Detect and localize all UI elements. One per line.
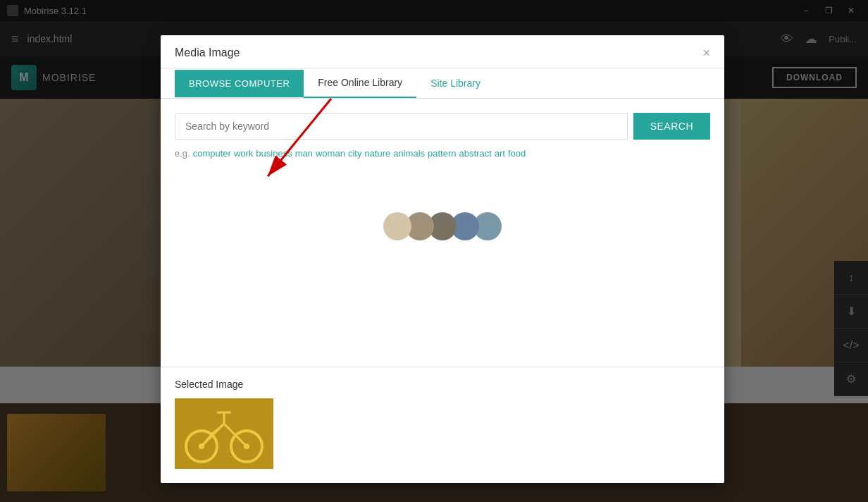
search-button[interactable]: SEARCH bbox=[633, 113, 710, 140]
keyword-man[interactable]: man bbox=[295, 148, 313, 159]
keyword-work[interactable]: work bbox=[234, 148, 253, 159]
bike-svg bbox=[175, 398, 273, 469]
modal-body: SEARCH e.g. computer work business man w… bbox=[161, 99, 724, 367]
dot-1 bbox=[383, 212, 411, 240]
keyword-pattern[interactable]: pattern bbox=[428, 148, 456, 159]
keyword-animals[interactable]: animals bbox=[393, 148, 425, 159]
keyword-abstract[interactable]: abstract bbox=[459, 148, 492, 159]
modal-tabs: BROWSE COMPUTER Free Online Library Site… bbox=[161, 68, 724, 99]
svg-rect-0 bbox=[175, 398, 273, 469]
selected-image-label: Selected Image bbox=[175, 379, 710, 390]
keyword-business[interactable]: business bbox=[256, 148, 292, 159]
search-input[interactable] bbox=[175, 113, 628, 140]
site-library-tab[interactable]: Site Library bbox=[416, 69, 495, 97]
search-row: SEARCH bbox=[175, 113, 710, 140]
keyword-computer[interactable]: computer bbox=[193, 148, 231, 159]
svg-point-10 bbox=[244, 443, 249, 449]
media-image-modal: Media Image × BROWSE COMPUTER Free Onlin… bbox=[161, 35, 724, 483]
keyword-nature[interactable]: nature bbox=[364, 148, 390, 159]
keyword-city[interactable]: city bbox=[348, 148, 362, 159]
loading-dots bbox=[383, 212, 502, 240]
keyword-suggestions: e.g. computer work business man woman ci… bbox=[175, 148, 710, 159]
keyword-woman[interactable]: woman bbox=[316, 148, 345, 159]
free-online-library-tab[interactable]: Free Online Library bbox=[304, 68, 416, 98]
browse-computer-tab[interactable]: BROWSE COMPUTER bbox=[175, 70, 304, 97]
keyword-art[interactable]: art bbox=[495, 148, 505, 159]
keyword-label: e.g. bbox=[175, 148, 190, 159]
modal-close-button[interactable]: × bbox=[702, 47, 710, 59]
selected-image-section: Selected Image bbox=[161, 367, 724, 483]
modal-title: Media Image bbox=[175, 47, 240, 59]
selected-image-thumbnail bbox=[175, 398, 273, 469]
keyword-food[interactable]: food bbox=[508, 148, 526, 159]
loading-area bbox=[175, 170, 710, 283]
modal-header: Media Image × bbox=[161, 35, 724, 68]
svg-point-9 bbox=[199, 443, 204, 449]
